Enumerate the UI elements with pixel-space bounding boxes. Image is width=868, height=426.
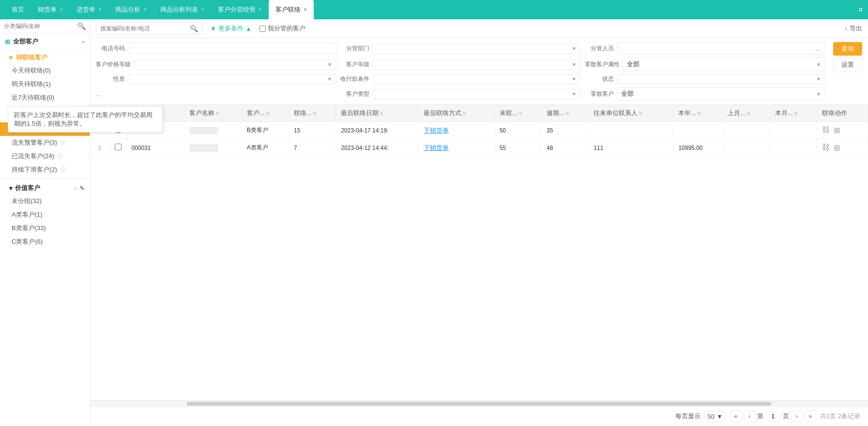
chevron-down-retail: ▼	[816, 62, 821, 67]
sidebar-item-class-a[interactable]: A类客户(1)	[0, 208, 90, 221]
retail-attr-select[interactable]: 全部 ▼	[623, 58, 825, 71]
next-page-btn[interactable]: ›	[791, 411, 803, 422]
th-unit-contact[interactable]: 往来单位联系人 ⇅	[589, 105, 673, 122]
th-name[interactable]: 客户名称 ⇅	[184, 105, 242, 122]
tab-close-product-list[interactable]: ×	[201, 6, 204, 13]
chevron-down-nature: ▼	[327, 76, 332, 82]
th-last-contact-method[interactable]: 最后联络方式 ⇅	[419, 105, 494, 122]
row2-select-checkbox[interactable]	[115, 144, 122, 150]
edit-icon[interactable]: ✎	[79, 185, 85, 192]
sidebar-group-pending[interactable]: ▼ 待联络客户	[0, 50, 90, 64]
page-number-input[interactable]	[765, 411, 781, 421]
row1-unit-contact	[589, 122, 673, 139]
retail-customer-select[interactable]: 全部 ▼	[617, 87, 825, 101]
tab-purchase[interactable]: 进货单 ×	[70, 0, 108, 19]
sidebar-item-today[interactable]: 今天待联络(0)	[0, 64, 90, 77]
nature-select[interactable]: ▼	[128, 74, 336, 84]
chevron-down-type: ▼	[572, 91, 577, 97]
tab-home[interactable]: 首页	[5, 0, 31, 19]
filter-grid: 电话号码 分管部门 ▼ 分管人员	[90, 38, 868, 105]
sidebar-all-customers[interactable]: ⊞ 全部客户 «	[0, 33, 90, 50]
tab-close-product-analysis[interactable]: ×	[143, 6, 147, 13]
th-overdue[interactable]: 逾期... ⇅	[542, 105, 589, 122]
my-customers-checkbox[interactable]: 我分管的客户	[259, 24, 305, 33]
more-conditions-btn[interactable]: ▼ 更多条件 ▲	[210, 24, 252, 33]
th-contact[interactable]: 联络... ⇅	[289, 105, 336, 122]
search-input[interactable]	[100, 25, 190, 32]
th-last-contact-date[interactable]: 最后联络日期 ⇅	[336, 105, 419, 122]
sidebar-item-churned[interactable]: 已流失客户(24) ⓘ	[0, 149, 90, 163]
row2-link-icon[interactable]: ⛓	[822, 143, 830, 152]
sidebar-item-class-c[interactable]: C类客户(6)	[0, 235, 90, 249]
th-uncontacted[interactable]: 未联... ⇅	[494, 105, 541, 122]
row2-grid-icon[interactable]: ⊞	[834, 143, 840, 152]
table-horizontal-scrollbar[interactable]	[90, 400, 868, 406]
prev-page-btn[interactable]: ‹	[744, 411, 755, 422]
sidebar-item-7days[interactable]: 近7天待联络(0)	[0, 91, 90, 104]
sidebar-item-tomorrow[interactable]: 明天待联络(1)	[0, 77, 90, 91]
filter-row-1: 电话号码 分管部门 ▼ 分管人员	[96, 42, 825, 55]
price-level-select[interactable]: ▼	[134, 59, 336, 70]
row2-contact: 7	[289, 139, 336, 157]
window-close-button[interactable]: ×	[858, 5, 863, 15]
sidebar-item-ungrouped[interactable]: 未分组(32)	[0, 194, 90, 208]
phone-input[interactable]	[128, 43, 336, 54]
tab-close-sales[interactable]: ×	[60, 6, 63, 13]
sidebar-item-class-b[interactable]: B类客户(33)	[0, 221, 90, 235]
tab-close-customer-contact[interactable]: ×	[304, 6, 307, 13]
tab-sales[interactable]: 销货单 ×	[31, 0, 70, 19]
manager-select[interactable]: ...	[617, 42, 825, 55]
table-row: 1 000039 B类客户 15 2023-04-17 14:19: 下销货单	[90, 122, 868, 139]
chevron-down-retail2: ▼	[816, 91, 821, 97]
table-area: ⚙ 客户编码 ⇅ 客户名称	[90, 105, 868, 400]
tab-product-analysis[interactable]: 商品分析 ×	[108, 0, 153, 19]
more-dots[interactable]: ...	[96, 90, 102, 98]
customer-level-select[interactable]: ▼	[372, 59, 581, 70]
tab-customer-contact[interactable]: 客户联络 ×	[269, 0, 314, 19]
payment-select[interactable]: ▼	[372, 74, 581, 84]
row1-type: B类客户	[242, 122, 289, 139]
tab-close-customer-layer[interactable]: ×	[259, 6, 262, 13]
sidebar-item-declining[interactable]: 持续下滑客户(2) ⓘ	[0, 163, 90, 176]
settings-button[interactable]: 设置	[833, 58, 862, 72]
th-type[interactable]: 客户... ⇅	[242, 105, 289, 122]
sidebar-value-group[interactable]: ▼ 价值客户 ○ ✎	[0, 181, 90, 194]
per-page-label: 每页显示	[675, 412, 700, 421]
sidebar-search-input[interactable]	[4, 23, 77, 29]
tab-close-purchase[interactable]: ×	[98, 6, 102, 13]
tab-customer-layer[interactable]: 客户分层经营 ×	[211, 0, 269, 19]
customer-type-select[interactable]: ▼	[372, 89, 581, 99]
arrow-down-icon: ▼	[8, 54, 14, 61]
search-icon-main[interactable]: 🔍	[190, 25, 198, 32]
chevron-down-status: ▼	[816, 76, 821, 82]
tab-product-list[interactable]: 商品分析列表 ×	[153, 0, 211, 19]
status-select[interactable]: ▼	[617, 74, 825, 84]
row2-last-month	[723, 139, 770, 157]
th-last-month[interactable]: 上月... ⇅	[723, 105, 770, 122]
sidebar-item-churn-warning[interactable]: 流失预警客户(3) ⓘ	[0, 136, 90, 149]
my-customers-input[interactable]	[259, 26, 266, 32]
first-page-btn[interactable]: «	[730, 411, 742, 422]
scrollbar-thumb[interactable]	[187, 402, 771, 406]
circle-icon[interactable]: ○	[74, 185, 77, 192]
th-actions: 联络动作	[817, 105, 868, 122]
data-table: ⚙ 客户编码 ⇅ 客户名称	[90, 105, 868, 157]
dept-select[interactable]: ▼	[372, 44, 581, 54]
table-header-row: ⚙ 客户编码 ⇅ 客户名称	[90, 105, 868, 122]
main-content: 🔍 ▼ 更多条件 ▲ 我分管的客户 ↑ 导出	[90, 19, 868, 426]
th-this-year[interactable]: 本年... ⇅	[673, 105, 723, 122]
sidebar-divider2	[0, 178, 90, 179]
row2-last-method[interactable]: 下销货单	[419, 139, 494, 157]
row1-link-icon[interactable]: ⛓	[822, 126, 830, 135]
query-button[interactable]: 查询	[833, 42, 862, 56]
manager-dots[interactable]: ...	[815, 44, 821, 52]
info-icon-2: ⓘ	[61, 140, 66, 146]
search-box: 🔍	[96, 22, 202, 35]
per-page-select[interactable]: 50 ▼	[704, 411, 726, 422]
row1-last-method[interactable]: 下销货单	[419, 122, 494, 139]
row1-grid-icon[interactable]: ⊞	[834, 126, 840, 135]
sidebar-search-icon[interactable]: 🔍	[77, 22, 86, 30]
th-this-month[interactable]: 本月... ⇅	[770, 105, 817, 122]
export-button[interactable]: ↑ 导出	[845, 24, 863, 33]
last-page-btn[interactable]: »	[805, 411, 816, 422]
